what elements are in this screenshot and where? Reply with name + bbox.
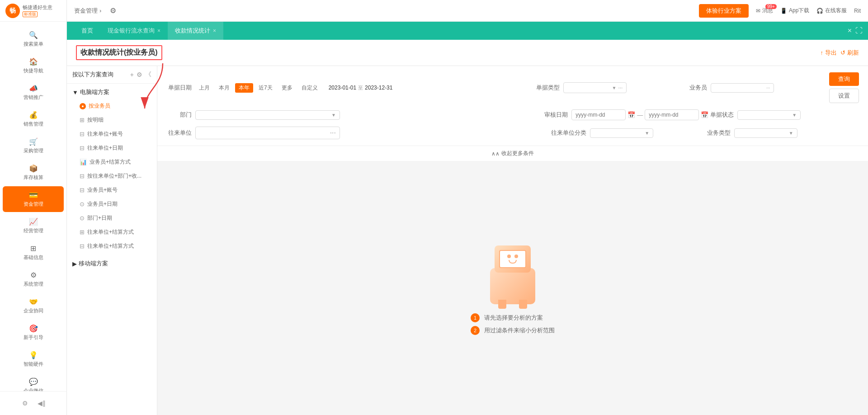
staff-account-icon: ⊟ xyxy=(80,187,85,193)
sidebar-item-enterprise[interactable]: 🤝 企业协同 xyxy=(3,293,64,319)
sidebar-item-operation[interactable]: 📈 经营管理 xyxy=(3,213,64,239)
counterparty-ellipsis[interactable]: ··· xyxy=(330,129,336,137)
business-type-label: 业务类型 xyxy=(705,129,731,137)
app-download-button[interactable]: 📱 App下载 xyxy=(780,7,809,14)
sidebar-item-purchase[interactable]: 🛒 采购管理 xyxy=(3,133,64,159)
dept-arrow: ▼ xyxy=(331,113,336,118)
right-panel: 单据日期 上月 本月 本年 近7天 更多 自定义 xyxy=(157,66,868,415)
sidebar-item-guide[interactable]: 🎯 新手引导 xyxy=(3,320,64,345)
online-service-label: 在线客服 xyxy=(825,7,847,14)
step-2-number: 2 xyxy=(471,326,480,335)
scheme-item-partner-settlement1[interactable]: ⊞ 往来单位+结算方式 xyxy=(67,225,157,239)
date-tab-last-month[interactable]: 上月 xyxy=(195,83,213,93)
scheme-settings-button[interactable]: ⚙ xyxy=(137,71,142,78)
scheme-item-partner-settlement2[interactable]: ⊟ 往来单位+结算方式 xyxy=(67,239,157,253)
review-date-to-cal[interactable]: 📅 xyxy=(701,111,708,118)
sidebar-item-marketing[interactable]: 📣 营销推广 xyxy=(3,80,64,105)
settings-button[interactable]: 设置 xyxy=(829,89,859,103)
add-scheme-button[interactable]: + xyxy=(130,71,134,78)
bank-flow-tab-label: 现金银行流水查询 xyxy=(108,27,155,35)
scheme-item-partner-account[interactable]: ⊟ 往来单位+账号 xyxy=(67,127,157,141)
counterparty-label: 往来单位 xyxy=(166,129,192,137)
sidebar-item-finance[interactable]: 💳 资金管理 xyxy=(3,186,64,212)
business-type-select[interactable]: ▼ xyxy=(734,128,797,138)
scheme-item-dept-date[interactable]: ⊙ 部门+日期 xyxy=(67,211,157,225)
scheme-item-label: 往来单位+结算方式 xyxy=(87,242,134,250)
scheme-item-by-staff[interactable]: ● 按业务员 xyxy=(67,99,157,113)
topbar-right: 体验行业方案 ✉ 消息 99+ 📱 App下载 🎧 在线客服 xyxy=(699,4,861,18)
counterparty-select[interactable]: ··· xyxy=(195,127,340,139)
app-download-icon: 📱 xyxy=(780,8,787,14)
refresh-button[interactable]: ↺ 刷新 xyxy=(840,49,859,57)
online-service-button[interactable]: 🎧 在线客服 xyxy=(816,7,847,14)
sidebar-collapse-btn[interactable]: ◀‖ xyxy=(35,397,48,410)
staff-date-icon: ⊙ xyxy=(80,201,85,208)
review-date-from-input[interactable] xyxy=(571,109,626,120)
finance-icon: 💳 xyxy=(29,191,38,199)
desktop-scheme-header[interactable]: ▼ 电脑端方案 xyxy=(67,85,157,99)
voucher-status-arrow: ▼ xyxy=(792,113,797,118)
date-tab-7days[interactable]: 近7天 xyxy=(255,83,276,93)
staff-select[interactable]: ··· xyxy=(711,83,774,93)
review-date-to-input[interactable] xyxy=(645,109,699,120)
tab-fullscreen-icon[interactable]: ⛶ xyxy=(855,27,863,35)
robot-face-features xyxy=(507,255,518,264)
collection-stats-tab-close[interactable]: × xyxy=(213,28,216,34)
user-account[interactable]: Rit xyxy=(854,8,861,14)
voucher-type-select[interactable]: ▼ ··· xyxy=(563,82,627,93)
filter-row-3: 往来单位 ··· 往来单位分类 xyxy=(166,127,859,139)
desktop-scheme-arrow: ▼ xyxy=(72,89,78,96)
scheme-item-staff-account[interactable]: ⊟ 业务员+账号 xyxy=(67,183,157,197)
scheme-item-detail[interactable]: ⊞ 按明细 xyxy=(67,113,157,127)
scheme-item-staff-settlement[interactable]: 📊 业务员+结算方式 xyxy=(67,155,157,169)
system-icon: ⚙ xyxy=(30,271,37,279)
partner-settlement1-icon: ⊞ xyxy=(80,229,85,236)
dept-select[interactable]: ▼ xyxy=(195,110,340,120)
mobile-scheme-header[interactable]: ▶ 移动端方案 xyxy=(67,257,157,270)
tab-home[interactable]: 首页 xyxy=(74,22,100,40)
date-tab-this-year[interactable]: 本年 xyxy=(235,83,253,93)
trial-industry-button[interactable]: 体验行业方案 xyxy=(699,4,749,18)
scheme-item-staff-date[interactable]: ⊙ 业务员+日期 xyxy=(67,197,157,211)
sidebar-item-wechat[interactable]: 💬 企业微信 xyxy=(3,373,64,391)
message-button[interactable]: ✉ 消息 99+ xyxy=(756,7,773,14)
robot-right-leg xyxy=(519,300,527,309)
sidebar-item-sales[interactable]: 💰 销售管理 xyxy=(3,106,64,132)
quick-nav-icon: 🏠 xyxy=(29,57,38,66)
desktop-scheme-label: 电脑端方案 xyxy=(80,88,109,96)
date-tab-more[interactable]: 更多 xyxy=(278,83,296,93)
scheme-item-partner-date[interactable]: ⊟ 往来单位+日期 xyxy=(67,141,157,155)
filter-row-2: 部门 ▼ 审核日期 xyxy=(166,109,859,120)
counterparty-category-select[interactable]: ▼ xyxy=(590,128,653,138)
search-menu-icon: 🔍 xyxy=(29,31,38,39)
tab-collection-stats[interactable]: 收款情况统计 × xyxy=(168,22,223,40)
sidebar-item-inventory[interactable]: 📦 库存核算 xyxy=(3,160,64,185)
review-date-from-cal[interactable]: 📅 xyxy=(627,111,635,118)
export-button[interactable]: ↑ 导出 xyxy=(821,49,837,57)
sidebar-item-search-menu[interactable]: 🔍 搜索菜单 xyxy=(3,26,64,52)
robot-face xyxy=(499,250,526,268)
topbar-settings-icon[interactable]: ⚙ xyxy=(107,5,119,17)
page-actions: ↑ 导出 ↺ 刷新 xyxy=(821,49,859,57)
scheme-item-partner-dept[interactable]: ⊟ 按往来单位+部门+收... xyxy=(67,169,157,183)
voucher-type-more[interactable]: ··· xyxy=(618,85,623,91)
tab-close-all-icon[interactable]: × xyxy=(848,27,852,35)
sidebar-settings-btn[interactable]: ⚙ xyxy=(19,397,32,410)
sidebar-item-system[interactable]: ⚙ 系统管理 xyxy=(3,266,64,292)
voucher-status-select[interactable]: ▼ xyxy=(737,110,801,120)
date-range-inputs: 2023-01-01 至 2023-12-31 xyxy=(329,85,393,91)
date-tab-custom[interactable]: 自定义 xyxy=(298,83,321,93)
sidebar-item-basic[interactable]: ⊞ 基础信息 xyxy=(3,240,64,265)
robot-body xyxy=(490,268,535,304)
business-type-arrow: ▼ xyxy=(789,131,793,136)
sidebar-item-quick-nav[interactable]: 🏠 快捷导航 xyxy=(3,53,64,79)
sidebar-item-smart-hw[interactable]: 💡 智能硬件 xyxy=(3,346,64,372)
empty-step-2: 2 用过滤条件来缩小分析范围 xyxy=(471,326,555,335)
bank-flow-tab-close[interactable]: × xyxy=(157,28,160,34)
date-tab-this-month[interactable]: 本月 xyxy=(215,83,233,93)
collapse-filter-button[interactable]: ∧∧ 收起更多条件 xyxy=(157,146,868,161)
mobile-scheme-group: ▶ 移动端方案 xyxy=(67,255,157,272)
query-button[interactable]: 查询 xyxy=(829,72,859,86)
tab-bank-flow[interactable]: 现金银行流水查询 × xyxy=(100,22,168,40)
collapse-panel-button[interactable]: 《 xyxy=(145,71,151,79)
